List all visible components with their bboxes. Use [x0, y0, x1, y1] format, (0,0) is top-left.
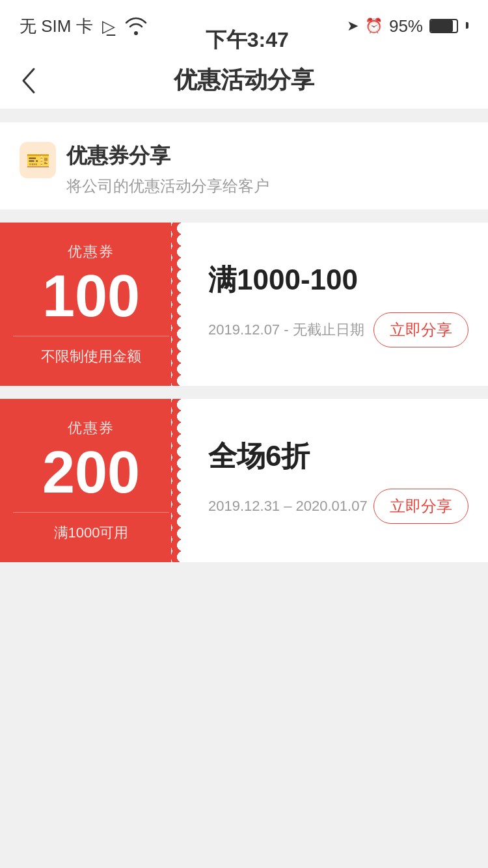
- nav-bar: 优惠活动分享: [0, 52, 488, 109]
- status-time: 下午3:47: [206, 26, 289, 55]
- section-title: 优惠券分享: [66, 142, 269, 170]
- section-header: 🎫 优惠券分享 将公司的优惠活动分享给客户: [0, 122, 488, 210]
- coupon-label-1: 优惠券: [68, 242, 115, 262]
- bottom-area: [0, 575, 488, 868]
- back-button[interactable]: [20, 65, 38, 96]
- share-button-1[interactable]: 立即分享: [373, 312, 468, 347]
- status-right: ➤ ⏰ 95%: [347, 16, 468, 36]
- coupon-amount-1: 100: [42, 267, 140, 325]
- section-subtitle: 将公司的优惠活动分享给客户: [66, 176, 269, 197]
- status-left: 无 SIM 卡 ▷̲: [20, 15, 148, 38]
- page-title: 优惠活动分享: [174, 64, 314, 96]
- coupon-right-1: 满1000-100 2019.12.07 - 无截止日期 立即分享: [182, 223, 488, 386]
- coupon-icon: 🎫: [20, 142, 56, 178]
- battery-percent: 95%: [389, 16, 423, 36]
- section-text: 优惠券分享 将公司的优惠活动分享给客户: [66, 142, 269, 197]
- wifi-icon: ▷̲: [102, 16, 115, 36]
- coupon-right-2: 全场6折 2019.12.31 – 2020.01.07 立即分享: [182, 399, 488, 562]
- coupon-name-1: 满1000-100: [208, 261, 468, 299]
- coupon-amount-2: 200: [42, 443, 140, 502]
- coupon-label-2: 优惠券: [68, 418, 115, 438]
- coupon-card-1: 优惠券 100 不限制使用金额 满1000-100 2019.12.07 - 无…: [0, 223, 488, 386]
- coupon-divider-1: [13, 336, 169, 336]
- coupon-card-2: 优惠券 200 满1000可用 全场6折 2019.12.31 – 2020.0…: [0, 399, 488, 562]
- carrier-text: 无 SIM 卡: [20, 15, 93, 38]
- coupon-footer-1: 2019.12.07 - 无截止日期 立即分享: [208, 312, 468, 347]
- coupon-left-1: 优惠券 100 不限制使用金额: [0, 223, 182, 386]
- coupon-divider-2: [13, 512, 169, 513]
- coupon-date-2: 2019.12.31 – 2020.01.07: [208, 498, 368, 515]
- coupon-footer-2: 2019.12.31 – 2020.01.07 立即分享: [208, 489, 468, 524]
- alarm-icon: ⏰: [365, 18, 383, 34]
- battery-tip: [466, 22, 468, 29]
- coupon-date-1: 2019.12.07 - 无截止日期: [208, 320, 364, 340]
- share-button-2[interactable]: 立即分享: [373, 489, 468, 524]
- coupon-icon-glyph: 🎫: [26, 149, 50, 172]
- status-bar: 无 SIM 卡 ▷̲ 下午3:47 ➤ ⏰ 95%: [0, 0, 488, 52]
- coupon-left-2: 优惠券 200 满1000可用: [0, 399, 182, 562]
- wifi-icon-svg: [124, 17, 148, 35]
- location-icon: ➤: [347, 18, 359, 34]
- coupon-condition-2: 满1000可用: [54, 523, 129, 543]
- coupon-name-2: 全场6折: [208, 437, 468, 476]
- coupon-list: 优惠券 100 不限制使用金额 满1000-100 2019.12.07 - 无…: [0, 223, 488, 575]
- coupon-condition-1: 不限制使用金额: [41, 347, 141, 366]
- battery-icon: [429, 19, 458, 33]
